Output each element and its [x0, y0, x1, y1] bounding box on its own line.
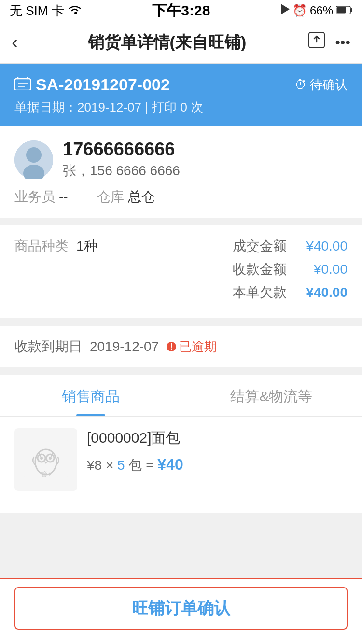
no-sim-text: 无 SIM 卡	[10, 2, 64, 19]
bottom-bar: 旺铺订单确认	[0, 578, 362, 644]
svg-point-16	[49, 457, 52, 460]
clock-icon: ⏱	[294, 77, 307, 92]
overdue-badge: ! 已逾期	[167, 338, 217, 355]
customer-info: 17666666666 张，156 6666 6666	[63, 139, 348, 180]
tab-products[interactable]: 销售商品	[0, 375, 181, 416]
svg-point-9	[26, 147, 42, 163]
warehouse-value: 总仓	[128, 188, 155, 206]
product-unit: 包	[128, 458, 142, 473]
due-date-value: 2019-12-07	[90, 339, 159, 354]
svg-rect-3	[336, 7, 346, 14]
product-item: 管+ [0000002]面包 ¥8 × 5 包 = ¥40	[14, 428, 348, 491]
svg-marker-0	[281, 4, 290, 14]
alarm-icon: ⏰	[292, 4, 307, 17]
warehouse-label: 仓库	[97, 188, 124, 206]
customer-name: 张，156 6666 6666	[63, 162, 348, 180]
nav-actions: •••	[308, 31, 350, 53]
page-title: 销货单详情(来自旺铺)	[26, 31, 308, 54]
owed-label: 本单欠款	[233, 283, 287, 302]
due-date-section: 收款到期日 2019-12-07 ! 已逾期	[0, 326, 362, 367]
category-label: 商品种类	[14, 237, 69, 255]
order-date-line: 单据日期：2019-12-07 | 打印 0 次	[14, 99, 348, 116]
battery-text: 66%	[310, 4, 333, 17]
sales-label: 业务员	[14, 188, 55, 206]
products-section: 管+ [0000002]面包 ¥8 × 5 包 = ¥40	[0, 417, 362, 513]
product-multiplier: ×	[106, 458, 117, 473]
battery-icon	[336, 4, 352, 17]
svg-rect-2	[350, 8, 352, 12]
wifi-icon	[68, 3, 82, 18]
received-label: 收款金额	[233, 260, 287, 279]
summary-section: 商品种类 1种 成交金额 ¥40.00 收款金额 ¥0.00 本单欠款 ¥40.…	[0, 225, 362, 318]
export-icon[interactable]	[308, 31, 325, 53]
warehouse-meta: 仓库 总仓	[97, 188, 155, 206]
sales-meta: 业务员 --	[14, 188, 68, 206]
amount-value: ¥40.00	[306, 238, 348, 254]
received-value: ¥0.00	[314, 262, 348, 277]
wangpu-confirm-button[interactable]: 旺铺订单确认	[14, 587, 348, 630]
category-value: 1种	[76, 237, 97, 255]
status-right: ⏰ 66%	[281, 4, 352, 17]
due-date-label: 收款到期日	[14, 337, 82, 356]
tabs-section: 销售商品 结算&物流等	[0, 375, 362, 417]
overdue-icon: !	[167, 342, 176, 351]
more-options-icon[interactable]: •••	[335, 34, 350, 51]
svg-point-15	[40, 457, 43, 460]
svg-text:管+: 管+	[41, 470, 51, 478]
location-icon	[281, 4, 290, 17]
summary-left: 商品种类 1种	[14, 237, 97, 255]
owed-value: ¥40.00	[306, 285, 348, 300]
tab-settlement[interactable]: 结算&物流等	[181, 375, 362, 416]
customer-phone: 17666666666	[63, 139, 348, 160]
order-icon	[14, 75, 31, 94]
product-total: ¥40	[157, 456, 183, 473]
overdue-text: 已逾期	[179, 338, 217, 355]
back-button[interactable]: ‹	[12, 31, 26, 53]
product-equals: =	[146, 458, 157, 473]
product-name: [0000002]面包	[87, 428, 348, 448]
nav-bar: ‹ 销货单详情(来自旺铺) •••	[0, 21, 362, 64]
product-price-row: ¥8 × 5 包 = ¥40	[87, 456, 348, 475]
amount-label: 成交金额	[233, 237, 287, 255]
product-details: [0000002]面包 ¥8 × 5 包 = ¥40	[87, 428, 348, 475]
product-price: ¥8	[87, 458, 102, 473]
summary-right: 成交金额 ¥40.00 收款金额 ¥0.00 本单欠款 ¥40.00	[233, 237, 348, 307]
status-bar: 无 SIM 卡 下午3:28 ⏰ 66%	[0, 0, 362, 21]
product-quantity: 5	[117, 458, 125, 473]
order-status: ⏱ 待确认	[294, 76, 348, 93]
order-header-card: SA-20191207-002 ⏱ 待确认 单据日期：2019-12-07 | …	[0, 64, 362, 126]
status-time: 下午3:28	[152, 1, 210, 21]
avatar	[14, 140, 53, 179]
customer-section: 17666666666 张，156 6666 6666 业务员 -- 仓库 总仓	[0, 126, 362, 218]
customer-meta: 业务员 -- 仓库 总仓	[14, 188, 348, 206]
product-thumbnail: 管+	[14, 428, 77, 491]
svg-rect-5	[14, 79, 31, 90]
order-id: SA-20191207-002	[14, 75, 170, 94]
status-left: 无 SIM 卡	[10, 2, 82, 19]
sales-value: --	[59, 189, 68, 205]
